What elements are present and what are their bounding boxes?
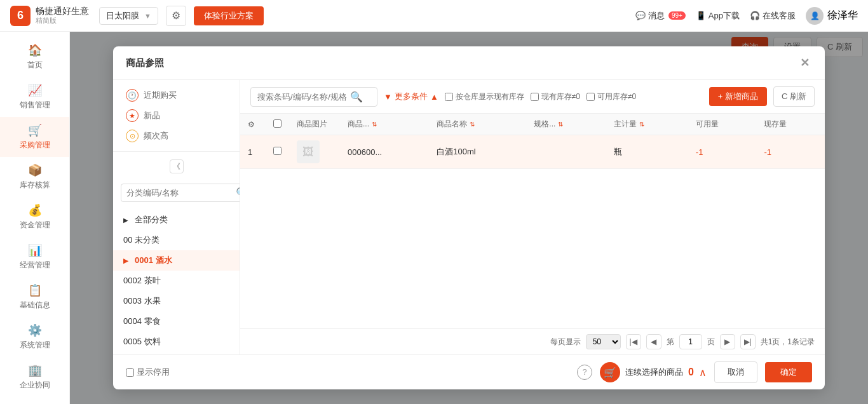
phone-icon: 📱 xyxy=(696,11,706,20)
category-search-input[interactable] xyxy=(126,188,233,198)
product-search-input[interactable] xyxy=(257,92,346,102)
category-all[interactable]: ▶ 全部分类 xyxy=(113,210,240,230)
settings-icon[interactable]: ⚙ xyxy=(166,6,186,26)
expand-0001-icon: ▶ xyxy=(123,257,128,264)
sidebar-item-finance[interactable]: 💰 资金管理 xyxy=(0,197,69,237)
page-size-select[interactable]: 50 100 xyxy=(586,334,621,349)
category-0005[interactable]: 0005 饮料 xyxy=(113,332,240,352)
operations-icon: 📊 xyxy=(28,243,42,257)
checkbox-available[interactable]: 现有库存≠0 xyxy=(531,91,580,102)
checkbox-available-label: 现有库存≠0 xyxy=(541,91,580,102)
topbar-right: 💬 消息 99+ 📱 App下载 🎧 在线客服 👤 徐泽华 xyxy=(635,7,858,25)
th-stock: 现存量 xyxy=(756,114,825,135)
system-icon: ⚙️ xyxy=(28,323,42,337)
category-collapse-btn[interactable]: 《 xyxy=(170,159,184,173)
sidebar-item-sales[interactable]: 📈 销售管理 xyxy=(0,77,69,117)
next-page-btn[interactable]: ▶ xyxy=(720,334,735,349)
main-content: 查询 设置 C 刷新 商品参照 ✕ xyxy=(70,32,868,404)
logo: 6 畅捷通好生意 精简版 xyxy=(10,6,89,26)
quick-filter-recent[interactable]: 🕐 近期购买 xyxy=(121,85,232,105)
th-spec[interactable]: 规格...⇅ xyxy=(526,114,606,135)
usable-checkbox[interactable] xyxy=(587,93,595,101)
sidebar-item-guide[interactable]: 📖 新手引导 xyxy=(0,397,69,404)
first-page-btn[interactable]: |◀ xyxy=(626,334,641,349)
sidebar-item-purchase[interactable]: 🛒 采购管理 xyxy=(0,117,69,157)
confirm-btn[interactable]: 确定 xyxy=(765,362,812,382)
freq-icon: ⊙ xyxy=(126,130,139,142)
trial-button[interactable]: 体验行业方案 xyxy=(194,6,264,25)
expand-icon: ▶ xyxy=(123,217,128,224)
sidebar-item-operations[interactable]: 📊 经营管理 xyxy=(0,237,69,277)
enterprise-icon: 🏢 xyxy=(28,363,42,377)
sidebar: 🏠 首页 📈 销售管理 🛒 采购管理 📦 库存核算 💰 资金管理 📊 经营管理 … xyxy=(0,32,70,404)
category-0001-label: 0001 酒水 xyxy=(135,255,172,266)
th-gear: ⚙ xyxy=(240,114,266,135)
checkbox-warehouse[interactable]: 按仓库显示现有库存 xyxy=(445,91,524,102)
cell-stock: -1 xyxy=(756,135,825,169)
sidebar-item-system[interactable]: ⚙️ 系统管理 xyxy=(0,317,69,357)
category-search-icon: 🔍 xyxy=(236,187,240,199)
store-selector[interactable]: 日太阳膜 ▼ xyxy=(99,7,158,25)
message-icon: 💬 xyxy=(635,11,646,20)
sidebar-item-enterprise[interactable]: 🏢 企业协同 xyxy=(0,357,69,397)
th-code[interactable]: 商品...⇅ xyxy=(340,114,429,135)
category-00-label: 00 未分类 xyxy=(123,234,159,246)
category-0002[interactable]: 0002 茶叶 xyxy=(113,271,240,291)
quick-filters: 🕐 近期购买 ★ 新品 ⊙ 频次高 xyxy=(113,80,240,152)
category-panel: 🕐 近期购买 ★ 新品 ⊙ 频次高 xyxy=(113,80,240,354)
sidebar-label-basic-info: 基础信息 xyxy=(20,300,50,311)
more-filter-btn[interactable]: ▼ 更多条件 ▲ xyxy=(384,91,438,102)
total-info: 共1页，1条记录 xyxy=(761,337,815,347)
collapse-cart-icon[interactable]: ∧ xyxy=(699,367,707,379)
logo-main-text: 畅捷通好生意 xyxy=(36,6,89,17)
sidebar-item-home[interactable]: 🏠 首页 xyxy=(0,37,69,77)
checkbox-usable[interactable]: 可用库存≠0 xyxy=(587,91,636,102)
sidebar-item-basic-info[interactable]: 📋 基础信息 xyxy=(0,277,69,317)
user-avatar-area[interactable]: 👤 徐泽华 xyxy=(806,7,858,25)
th-name[interactable]: 商品名称⇅ xyxy=(429,114,526,135)
row-checkbox[interactable] xyxy=(273,147,281,155)
page-number-input[interactable] xyxy=(679,334,702,349)
prev-page-btn[interactable]: ◀ xyxy=(646,334,661,349)
messages-btn[interactable]: 💬 消息 99+ xyxy=(635,10,686,22)
purchase-icon: 🛒 xyxy=(28,123,42,137)
cancel-btn[interactable]: 取消 xyxy=(714,361,757,383)
refresh-btn[interactable]: C 刷新 xyxy=(773,86,815,107)
app-body: 🏠 首页 📈 销售管理 🛒 采购管理 📦 库存核算 💰 资金管理 📊 经营管理 … xyxy=(0,32,868,404)
category-0003[interactable]: 0003 水果 xyxy=(113,291,240,311)
modal-footer: 显示停用 ? 🛒 连续选择的商品 0 ∧ 取消 确定 xyxy=(113,354,825,389)
help-icon[interactable]: ? xyxy=(577,365,592,380)
select-all-checkbox[interactable] xyxy=(273,119,281,128)
quick-filter-freq-label: 频次高 xyxy=(144,130,168,142)
th-unit[interactable]: 主计量⇅ xyxy=(606,114,688,135)
page-size-label: 每页显示 xyxy=(550,337,581,347)
search-toolbar: 🔍 ▼ 更多条件 ▲ 按仓库显示现有库存 xyxy=(240,80,825,114)
add-product-btn[interactable]: + 新增商品 xyxy=(709,87,767,106)
sidebar-label-system: 系统管理 xyxy=(20,340,50,351)
warehouse-checkbox[interactable] xyxy=(445,93,453,101)
th-image: 商品图片 xyxy=(289,114,340,135)
quick-filter-new[interactable]: ★ 新品 xyxy=(121,105,232,126)
category-0001[interactable]: ▶ 0001 酒水 xyxy=(113,250,240,271)
quick-filter-freq[interactable]: ⊙ 频次高 xyxy=(121,126,232,146)
disabled-checkbox[interactable] xyxy=(126,368,134,377)
sidebar-item-inventory[interactable]: 📦 库存核算 xyxy=(0,157,69,197)
sidebar-label-sales: 销售管理 xyxy=(20,100,50,111)
category-list: ▶ 全部分类 00 未分类 ▶ 0001 酒水 0002 茶 xyxy=(113,205,240,354)
cart-icon[interactable]: 🛒 xyxy=(600,362,620,382)
online-service-btn[interactable]: 🎧 在线客服 xyxy=(750,10,796,22)
show-disabled-label: 显示停用 xyxy=(137,367,170,378)
available-checkbox[interactable] xyxy=(531,93,539,101)
category-0005-label: 0005 饮料 xyxy=(123,336,161,347)
notif-badge: 99+ xyxy=(668,11,686,20)
table-row[interactable]: 1 🖼 xyxy=(240,135,825,169)
cell-checkbox[interactable] xyxy=(266,135,289,169)
show-disabled-checkbox[interactable]: 显示停用 xyxy=(126,367,170,378)
product-table-wrap: ⚙ 商品图片 商品...⇅ xyxy=(240,114,825,328)
category-0004[interactable]: 0004 零食 xyxy=(113,311,240,332)
app-download-btn[interactable]: 📱 App下载 xyxy=(696,10,740,22)
last-page-btn[interactable]: ▶| xyxy=(740,334,756,349)
modal-close-btn[interactable]: ✕ xyxy=(797,55,812,71)
category-00[interactable]: 00 未分类 xyxy=(113,230,240,250)
filter-up-icon: ▲ xyxy=(430,92,438,102)
